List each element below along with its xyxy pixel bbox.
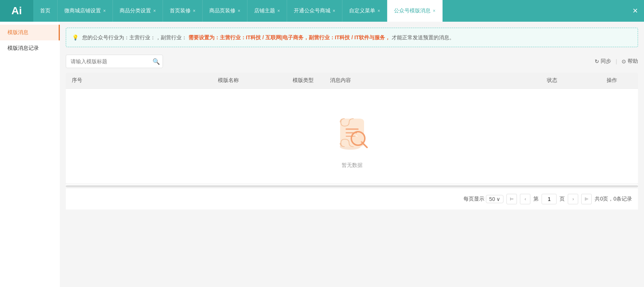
page-size-dropdown[interactable]: 50 ∨ [486,195,504,203]
tab-wechat-shop[interactable]: 微商城店铺设置 × [58,0,113,22]
col-header-actions: 操作 [601,73,638,89]
toolbar-right: ↻ 同步 | ⊙ 帮助 [595,58,638,65]
col-header-type: 模版类型 [287,73,324,89]
close-tab-shop-theme[interactable]: × [277,8,280,13]
col-header-content: 消息内容 [324,73,541,89]
table-header-row: 序号 模版名称 模版类型 消息内容 状态 操作 [66,73,638,89]
main-layout: 模版消息 模版消息记录 💡 您的公众号行业为：主营行业：，副营行业： 需要设置为… [0,22,644,287]
empty-text: 暂无数据 [342,162,363,169]
bulb-icon: 💡 [72,34,78,40]
tab-open-wechat[interactable]: 开通公众号商城 × [287,0,342,22]
prev-page-button[interactable]: ‹ [520,194,530,204]
first-page-button[interactable]: ⊨ [506,194,517,204]
search-icon[interactable]: 🔍 [152,58,160,65]
page-number-input[interactable] [542,194,557,204]
help-button[interactable]: ⊙ 帮助 [622,58,638,65]
horizontal-scrollbar[interactable] [66,184,638,188]
tab-template-msg[interactable]: 公众号模版消息 × [387,0,443,22]
page-unit-label: 页 [560,196,565,202]
empty-state: 暂无数据 [66,89,638,184]
toolbar-divider: | [616,58,617,64]
tab-shop-theme[interactable]: 店铺主题 × [247,0,287,22]
top-nav: Ai 首页 微商城店铺设置 × 商品分类设置 × 首页装修 × 商品页装修 × … [0,0,644,22]
col-header-status: 状态 [541,73,601,89]
notice-box: 💡 您的公众号行业为：主营行业：，副营行业： 需要设置为：主营行业：IT科技 /… [66,28,638,47]
page-size-value: 50 [489,196,495,202]
total-info: 共0页，0条记录 [595,196,632,202]
tab-home[interactable]: 首页 [33,0,58,22]
close-tab-open-wechat[interactable]: × [333,8,335,13]
page-size-label: 每页显示 [463,196,484,202]
close-tab-home-decor[interactable]: × [193,8,195,13]
tab-product-category[interactable]: 商品分类设置 × [113,0,163,22]
close-all-button[interactable]: ✕ [626,7,644,15]
tab-product-page[interactable]: 商品页装修 × [203,0,247,22]
page-size-select: 每页显示 50 ∨ [463,195,504,203]
close-tab-template-msg[interactable]: × [433,8,435,13]
help-icon: ⊙ [622,58,626,64]
tab-custom-menu[interactable]: 自定义菜单 × [342,0,387,22]
sidebar-item-template-msg[interactable]: 模版消息 [0,25,60,40]
search-input[interactable] [66,55,163,68]
search-input-wrap: 🔍 [66,55,163,68]
sidebar-item-template-record[interactable]: 模版消息记录 [0,40,60,56]
sync-button[interactable]: ↻ 同步 [595,58,611,65]
last-page-button[interactable]: ⊫ [581,194,592,204]
sidebar: 模版消息 模版消息记录 [0,22,60,287]
col-header-index: 序号 [66,73,212,89]
search-bar: 🔍 ↻ 同步 | ⊙ 帮助 [66,55,638,68]
app-logo: Ai [0,0,33,22]
pagination: 每页显示 50 ∨ ⊨ ‹ 第 页 › ⊫ 共0页，0条记录 [66,188,638,210]
col-header-name: 模版名称 [212,73,287,89]
empty-illustration [330,111,375,156]
page-prefix-label: 第 [533,196,539,202]
content-area: 💡 您的公众号行业为：主营行业：，副营行业： 需要设置为：主营行业：IT科技 /… [60,22,644,287]
close-tab-custom-menu[interactable]: × [378,8,380,13]
empty-state-row: 暂无数据 [66,89,638,184]
scrollbar-track [66,185,638,187]
close-tab-product-page[interactable]: × [238,8,240,13]
nav-tabs: 首页 微商城店铺设置 × 商品分类设置 × 首页装修 × 商品页装修 × 店铺主… [33,0,626,22]
close-tab-wechat-shop[interactable]: × [103,8,106,13]
chevron-down-icon: ∨ [496,196,500,202]
data-table: 序号 模版名称 模版类型 消息内容 状态 操作 [66,73,638,184]
sync-icon: ↻ [595,58,599,64]
svg-point-6 [353,133,363,144]
tab-home-decor[interactable]: 首页装修 × [163,0,203,22]
next-page-button[interactable]: › [568,194,578,204]
close-tab-product-category[interactable]: × [153,8,156,13]
